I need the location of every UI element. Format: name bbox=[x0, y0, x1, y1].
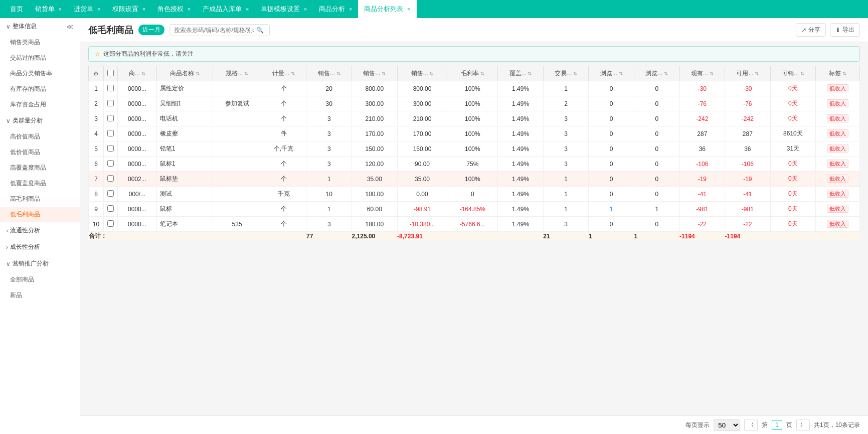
col-checkbox[interactable] bbox=[104, 66, 118, 81]
close-icon[interactable]: × bbox=[304, 6, 307, 12]
row-spec: 参加复试 bbox=[213, 96, 261, 111]
close-icon[interactable]: × bbox=[97, 6, 100, 12]
col-settings[interactable]: ⚙ bbox=[89, 66, 104, 81]
sidebar-group-overall[interactable]: ∨ 整体信息 ≪ bbox=[0, 18, 80, 35]
prev-page-button[interactable]: 〈 bbox=[744, 419, 758, 431]
row-select[interactable] bbox=[107, 115, 114, 121]
row-unit: 件 bbox=[261, 126, 306, 141]
col-sales-qty[interactable]: 销售... ⇅ bbox=[306, 66, 352, 81]
export-button[interactable]: ⬇ 导出 bbox=[830, 23, 860, 37]
col-views2[interactable]: 浏览... ⇅ bbox=[634, 66, 679, 81]
sidebar-group-marketing[interactable]: ∨ 营销推广分析 bbox=[0, 255, 80, 272]
sidebar-item-stock-capital[interactable]: 库存资金占用 bbox=[0, 97, 80, 112]
row-select[interactable] bbox=[107, 160, 114, 167]
date-badge[interactable]: 近一月 bbox=[138, 25, 164, 35]
row-sales-price: 170.00 bbox=[352, 126, 398, 141]
nav-goods-analysis-list[interactable]: 商品分析列表 × bbox=[358, 0, 416, 18]
nav-purchase[interactable]: 进货单 × bbox=[68, 0, 106, 18]
row-sales-qty: 3 bbox=[306, 217, 352, 232]
row-select[interactable] bbox=[107, 220, 114, 227]
sidebar-item-high-coverage[interactable]: 高覆盖度商品 bbox=[0, 160, 80, 176]
row-checkbox[interactable] bbox=[104, 187, 118, 202]
col-unit[interactable]: 计量... ⇅ bbox=[261, 66, 306, 81]
row-select[interactable] bbox=[107, 190, 114, 197]
settings-icon[interactable]: ⚙ bbox=[93, 70, 99, 77]
sidebar-item-high-value[interactable]: 高价值商品 bbox=[0, 129, 80, 144]
close-icon[interactable]: × bbox=[349, 6, 352, 12]
col-coverage[interactable]: 覆盖... ⇅ bbox=[498, 66, 544, 81]
row-views2: 0 bbox=[634, 157, 679, 172]
nav-product-in[interactable]: 产成品入库单 × bbox=[197, 0, 255, 18]
per-page-select[interactable]: 50 20 100 bbox=[714, 419, 740, 431]
col-available[interactable]: 可用... ⇅ bbox=[725, 66, 771, 81]
search-icon[interactable]: 🔍 bbox=[256, 27, 264, 34]
col-current-stock[interactable]: 现有... ⇅ bbox=[679, 66, 725, 81]
nav-goods-analysis[interactable]: 商品分析 × bbox=[313, 0, 358, 18]
search-input[interactable] bbox=[174, 27, 254, 34]
row-checkbox[interactable] bbox=[104, 81, 118, 96]
row-views2: 0 bbox=[634, 217, 679, 232]
row-select[interactable] bbox=[107, 145, 114, 152]
sidebar-item-low-margin[interactable]: 低毛利商品 bbox=[0, 207, 80, 222]
row-sellable: 8610天 bbox=[770, 126, 816, 141]
sidebar-item-traded-goods[interactable]: 交易过的商品 bbox=[0, 50, 80, 66]
nav-permission[interactable]: 权限设置 × bbox=[106, 0, 151, 18]
col-spec[interactable]: 规格... ⇅ bbox=[213, 66, 261, 81]
close-icon[interactable]: × bbox=[142, 6, 145, 12]
row-checkbox[interactable] bbox=[104, 141, 118, 157]
row-checkbox[interactable] bbox=[104, 96, 118, 111]
total-placeholder4 bbox=[261, 232, 306, 241]
row-available: -981 bbox=[725, 202, 771, 217]
sidebar-group-growth[interactable]: › 成长性分析 bbox=[0, 239, 80, 255]
col-sales-price[interactable]: 销售... ⇅ bbox=[352, 66, 398, 81]
col-name[interactable]: 商品名称 ⇅ bbox=[156, 66, 213, 81]
nav-role[interactable]: 角色授权 × bbox=[151, 0, 197, 18]
sidebar-group-circulation[interactable]: › 流通性分析 bbox=[0, 222, 80, 239]
share-button[interactable]: ↗ 分享 bbox=[796, 23, 826, 37]
select-all-checkbox[interactable] bbox=[107, 70, 114, 76]
row-gross-margin: 75% bbox=[447, 157, 498, 172]
sidebar-group-cluster[interactable]: ∨ 类群量分析 bbox=[0, 112, 80, 129]
col-trade[interactable]: 交易... ⇅ bbox=[543, 66, 589, 81]
col-sales-amount[interactable]: 销售... ⇅ bbox=[397, 66, 447, 81]
sidebar-item-new-goods[interactable]: 新品 bbox=[0, 287, 80, 303]
row-checkbox[interactable] bbox=[104, 111, 118, 126]
sidebar-item-sales-goods[interactable]: 销售类商品 bbox=[0, 35, 80, 50]
col-views1[interactable]: 浏览... ⇅ bbox=[589, 66, 634, 81]
row-checkbox[interactable] bbox=[104, 202, 118, 217]
sidebar-item-all-goods[interactable]: 全部商品 bbox=[0, 272, 80, 287]
row-select[interactable] bbox=[107, 175, 114, 182]
row-gross-margin: 100% bbox=[447, 81, 498, 96]
nav-home[interactable]: 首页 bbox=[4, 0, 29, 18]
row-select[interactable] bbox=[107, 130, 114, 136]
next-page-button[interactable]: 〉 bbox=[796, 419, 810, 431]
row-select[interactable] bbox=[107, 205, 114, 212]
col-sellable[interactable]: 可销... ⇅ bbox=[770, 66, 816, 81]
sidebar-item-high-margin[interactable]: 高毛利商品 bbox=[0, 191, 80, 207]
row-select[interactable] bbox=[107, 85, 114, 91]
row-sellable: 0天 bbox=[770, 96, 816, 111]
data-table: ⚙ 商... ⇅ 商品名称 ⇅ 规格... ⇅ 计量... ⇅ 销售... ⇅ … bbox=[88, 66, 860, 240]
row-checkbox[interactable] bbox=[104, 157, 118, 172]
row-checkbox[interactable] bbox=[104, 126, 118, 141]
nav-sales[interactable]: 销货单 × bbox=[29, 0, 68, 18]
row-checkbox[interactable] bbox=[104, 217, 118, 232]
row-select[interactable] bbox=[107, 100, 114, 106]
close-icon[interactable]: × bbox=[407, 6, 410, 12]
close-icon[interactable]: × bbox=[188, 6, 191, 12]
col-gross-margin[interactable]: 毛利率 ⇅ bbox=[447, 66, 498, 81]
nav-template[interactable]: 单据模板设置 × bbox=[255, 0, 313, 18]
col-tag[interactable]: 标签 ⇅ bbox=[816, 66, 860, 81]
collapse-button[interactable]: ≪ bbox=[66, 23, 74, 31]
row-sales-amount: 90.00 bbox=[397, 157, 447, 172]
close-icon[interactable]: × bbox=[246, 6, 249, 12]
row-checkbox[interactable] bbox=[104, 172, 118, 187]
sidebar-item-low-value[interactable]: 低价值商品 bbox=[0, 144, 80, 160]
row-sellable: 0天 bbox=[770, 81, 816, 96]
sidebar-item-category-rate[interactable]: 商品分类销售率 bbox=[0, 66, 80, 81]
row-current-stock: -76 bbox=[679, 96, 725, 111]
col-code[interactable]: 商... ⇅ bbox=[118, 66, 157, 81]
sidebar-item-low-coverage[interactable]: 低覆盖度商品 bbox=[0, 176, 80, 191]
close-icon[interactable]: × bbox=[59, 6, 62, 12]
sidebar-item-stocked-goods[interactable]: 有库存的商品 bbox=[0, 81, 80, 97]
